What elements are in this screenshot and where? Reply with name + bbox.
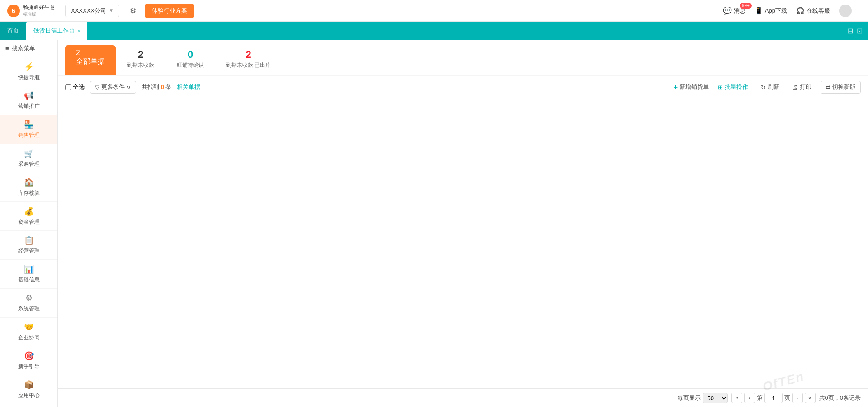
megaphone-icon: 📢 [24, 91, 34, 101]
store-icon: 🏪 [24, 120, 34, 130]
close-tab-icon[interactable]: × [77, 28, 80, 33]
sidebar-search-label: 搜索菜单 [12, 44, 35, 52]
stat-count-all: 2 [76, 49, 105, 57]
main-layout: ≡ 搜索菜单 ⚡ 快捷导航 📢 营销推广 🏪 销售管理 🛒 采购管理 🏠 库存核… [0, 40, 868, 407]
stat-label-all: 全部单据 [76, 57, 105, 66]
batch-icon: ⊞ [718, 84, 723, 91]
online-service-action[interactable]: 🎧 在线客服 [796, 7, 830, 15]
box-icon: 📦 [24, 380, 34, 390]
sidebar-item-label: 基础信息 [18, 276, 40, 284]
notification-area[interactable]: 💬 消息 99 [723, 6, 745, 15]
stat-count-overdue-shipped: 2 [246, 49, 251, 61]
sidebar-item-label: 采购管理 [18, 160, 40, 168]
sidebar-item-label: 快捷导航 [18, 74, 40, 81]
sidebar-item-enterprise-wechat[interactable]: 💬 企业微信 [0, 404, 57, 407]
stat-label-wangpu: 旺铺待确认 [177, 61, 204, 69]
notification-badge: 99 [740, 3, 752, 9]
filter-btn[interactable]: ▽ 更多条件 ∨ [90, 81, 136, 94]
table-area [58, 98, 868, 388]
first-page-btn[interactable]: « [731, 393, 742, 403]
experience-btn[interactable]: 体验行业方案 [145, 4, 194, 18]
stat-count-wangpu: 0 [188, 49, 193, 61]
sidebar-item-label: 应用中心 [18, 392, 40, 399]
sidebar-search[interactable]: ≡ 搜索菜单 [0, 40, 57, 57]
content-area: 2 全部单据 2 到期未收款 0 旺铺待确认 2 到期未收款 已出库 全选 [58, 40, 868, 407]
page-nav: « ‹ 第 页 › » [731, 393, 816, 403]
sidebar-item-beginner[interactable]: 🎯 新手引导 [0, 346, 57, 375]
switch-version-btn[interactable]: ⇄ 切换新版 [821, 81, 861, 94]
tab-qianhuorichingworkbench[interactable]: 钱货日清工作台 × [26, 22, 87, 40]
header-right: 💬 消息 99 📱 App下载 🎧 在线客服 [723, 5, 861, 17]
headset-icon: 🎧 [796, 7, 805, 15]
sidebar-item-purchase[interactable]: 🛒 采购管理 [0, 144, 57, 173]
download-icon: 📱 [755, 7, 763, 15]
target-icon: 🎯 [24, 351, 34, 361]
refresh-icon: ↻ [761, 84, 766, 91]
total-info: 共0页，0条记录 [819, 394, 861, 402]
stat-tab-overdue-shipped[interactable]: 2 到期未收款 已出库 [215, 45, 282, 75]
chevron-down-icon: ∨ [127, 84, 131, 91]
header-center: ⚙ 体验行业方案 [127, 4, 723, 18]
page-size-dropdown[interactable]: 50 10 20 100 [703, 393, 728, 403]
next-page-btn[interactable]: › [792, 393, 803, 403]
related-link[interactable]: 相关单据 [177, 83, 200, 91]
tab-home[interactable]: 首页 [0, 22, 26, 40]
sidebar-item-basic-info[interactable]: 📊 基础信息 [0, 260, 57, 289]
cart-icon: 🛒 [24, 149, 34, 159]
sidebar-item-marketing[interactable]: 📢 营销推广 [0, 86, 57, 115]
sidebar-item-label: 企业协同 [18, 334, 40, 342]
prev-page-btn[interactable]: ‹ [744, 393, 755, 403]
sidebar-item-label: 库存核算 [18, 189, 40, 197]
settings-icon[interactable]: ⚙ [127, 5, 139, 17]
gear-icon: ⚙ [25, 293, 33, 303]
app-logo-text: 畅捷通好生意 标准版 [23, 4, 55, 17]
search-icon: ≡ [5, 45, 9, 52]
top-header: 6 畅捷通好生意 标准版 XXXXXX公司 ▼ ⚙ 体验行业方案 💬 消息 99… [0, 0, 868, 22]
page-input[interactable] [764, 393, 783, 403]
lightning-icon: ⚡ [24, 62, 34, 72]
page-size-select: 每页显示 50 10 20 100 [677, 393, 728, 403]
company-selector[interactable]: XXXXXX公司 ▼ [65, 5, 119, 17]
found-text: 共找到 0 条 [142, 83, 171, 91]
print-icon: 🖨 [792, 84, 798, 91]
stat-tab-wangpu[interactable]: 0 旺铺待确认 [165, 45, 215, 75]
batch-operation-btn[interactable]: ⊞ 批量操作 [714, 81, 752, 93]
sidebar-item-label: 资金管理 [18, 218, 40, 226]
app-download-action[interactable]: 📱 App下载 [755, 7, 787, 15]
sidebar-item-label: 系统管理 [18, 305, 40, 313]
house-icon: 🏠 [24, 178, 34, 187]
sidebar-item-app-center[interactable]: 📦 应用中心 [0, 375, 57, 404]
grid-icon: 📊 [24, 264, 34, 274]
money-icon: 💰 [24, 206, 34, 216]
sidebar-item-quick-nav[interactable]: ⚡ 快捷导航 [0, 57, 57, 86]
filter-icon: ▽ [95, 84, 99, 91]
refresh-btn[interactable]: ↻ 刷新 [757, 81, 783, 93]
sidebar-item-system[interactable]: ⚙ 系统管理 [0, 289, 57, 318]
company-name: XXXXXX公司 [71, 7, 106, 15]
sidebar-item-inventory[interactable]: 🏠 库存核算 [0, 173, 57, 202]
sidebar-item-label: 营销推广 [18, 103, 40, 110]
select-all-checkbox[interactable] [65, 84, 71, 90]
select-all-label[interactable]: 全选 [65, 83, 85, 91]
last-page-btn[interactable]: » [805, 393, 816, 403]
sidebar-item-operations[interactable]: 📋 经营管理 [0, 231, 57, 260]
stat-count-overdue: 2 [138, 49, 143, 61]
minimize-btn[interactable]: ⊟ [847, 27, 853, 35]
sidebar-item-label: 销售管理 [18, 131, 40, 139]
di-label: 第 [757, 394, 763, 402]
app-download-label: App下载 [765, 7, 787, 15]
maximize-btn[interactable]: ⊡ [857, 27, 863, 35]
sidebar-item-label: 新手引导 [18, 363, 40, 370]
sidebar-item-finance[interactable]: 💰 资金管理 [0, 202, 57, 231]
page-label: 页 [784, 394, 790, 402]
logo-area: 6 畅捷通好生意 标准版 [7, 4, 65, 17]
add-sales-order-btn[interactable]: + 新增销货单 [674, 83, 709, 91]
sidebar-item-enterprise-collab[interactable]: 🤝 企业协同 [0, 318, 57, 346]
select-all-text: 全选 [73, 83, 85, 91]
stat-tab-overdue[interactable]: 2 到期未收款 [116, 45, 165, 75]
sidebar-item-sales[interactable]: 🏪 销售管理 [0, 115, 57, 144]
stat-tab-all[interactable]: 2 全部单据 [65, 45, 116, 75]
handshake-icon: 🤝 [24, 322, 34, 332]
avatar[interactable] [839, 5, 852, 17]
print-btn[interactable]: 🖨 打印 [788, 81, 815, 93]
